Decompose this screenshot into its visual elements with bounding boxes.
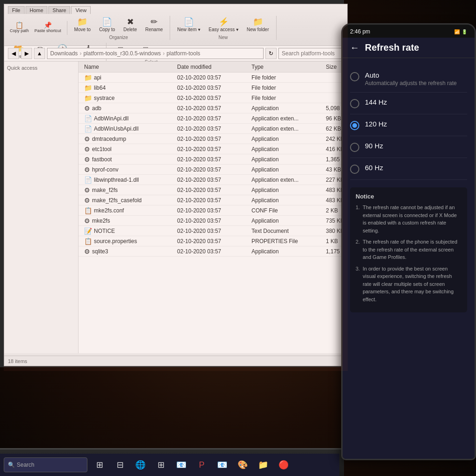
copy-path-icon: 📋	[15, 22, 23, 28]
table-row[interactable]: ⚙ dmtracedump 02-10-2020 03:57 Applicati…	[79, 134, 347, 144]
file-type-cell: Application exten...	[250, 115, 324, 122]
wifi-icon: 📶	[454, 29, 460, 34]
option-auto-text: Auto Automatically adjusts the refresh r…	[365, 71, 467, 86]
file-date-cell: 02-10-2020 03:57	[175, 85, 250, 91]
taskbar-folder-icon[interactable]: 📁	[255, 456, 271, 473]
phone-screen: 2:46 pm 📶 🔋 ← Refresh rate Auto Automati…	[343, 25, 475, 459]
table-row[interactable]: ⚙ etc1tool 02-10-2020 03:57 Application …	[79, 144, 347, 154]
move-to-icon: 📁	[77, 18, 87, 26]
rename-icon: ✏	[151, 18, 158, 26]
search-input[interactable]	[278, 48, 344, 59]
table-row[interactable]: 📄 libwinpthread-1.dll 02-10-2020 03:57 A…	[79, 175, 347, 185]
copy-to-button[interactable]: 📄 Copy to	[96, 16, 118, 34]
refresh-button[interactable]: ↻	[265, 48, 277, 59]
table-row[interactable]: ⚙ sqlite3 02-10-2020 03:57 Application 1…	[79, 246, 347, 257]
table-row[interactable]: ⚙ make_f2fs_casefold 02-10-2020 03:57 Ap…	[79, 195, 347, 205]
table-row[interactable]: ⚙ adb 02-10-2020 03:57 Application 5,098…	[79, 103, 347, 113]
file-name-cell: ⚙ etc1tool	[82, 145, 175, 153]
file-date-cell: 02-10-2020 03:57	[175, 197, 250, 204]
ribbon-tab-view[interactable]: View	[71, 6, 91, 14]
refresh-option-90hz[interactable]: 90 Hz	[350, 136, 467, 158]
file-type-cell: Application	[250, 136, 324, 142]
new-folder-button[interactable]: 📁 New folder	[244, 16, 272, 34]
file-date-cell: 02-10-2020 03:57	[175, 146, 250, 152]
file-name-cell: ⚙ hprof-conv	[82, 166, 175, 173]
file-name-cell: 📁 api	[82, 74, 175, 81]
radio-auto	[350, 72, 359, 81]
table-row[interactable]: 📁 api 02-10-2020 03:57 File folder	[79, 73, 347, 83]
table-row[interactable]: 📝 NOTICE 02-10-2020 03:57 Text Document …	[79, 226, 347, 236]
taskbar-search-box[interactable]: 🔍 Search	[4, 457, 87, 472]
table-row[interactable]: ⚙ hprof-conv 02-10-2020 03:57 Applicatio…	[79, 165, 347, 175]
file-type-cell: Application exten...	[250, 126, 324, 132]
taskbar-mail2-icon[interactable]: 📧	[214, 456, 231, 473]
col-header-date[interactable]: Date modified	[175, 64, 250, 70]
table-row[interactable]: 📄 AdbWinApi.dll 02-10-2020 03:57 Applica…	[79, 113, 347, 124]
file-date-cell: 02-10-2020 03:57	[175, 166, 250, 173]
copy-path-button[interactable]: 📋 Copy path	[8, 21, 31, 34]
file-date-cell: 02-10-2020 03:57	[175, 74, 250, 81]
copy-path-label: Copy path	[10, 28, 29, 33]
refresh-option-144hz[interactable]: 144 Hz	[350, 93, 467, 114]
address-path-display[interactable]: Downloads › platform-tools_r30.0.5-windo…	[47, 48, 264, 59]
ribbon-tab-file[interactable]: File	[8, 6, 25, 14]
file-name-cell: 📄 libwinpthread-1.dll	[82, 176, 175, 184]
refresh-option-60hz[interactable]: 60 Hz	[350, 158, 467, 180]
file-name-cell: 📋 mke2fs.conf	[82, 207, 175, 214]
new-item-button[interactable]: 📄 New item ▾	[174, 16, 203, 34]
refresh-option-auto[interactable]: Auto Automatically adjusts the refresh r…	[350, 66, 467, 93]
easy-access-button[interactable]: ⚡ Easy access ▾	[205, 16, 242, 34]
file-date-cell: 02-10-2020 03:57	[175, 177, 250, 183]
refresh-option-120hz[interactable]: 120 Hz	[350, 114, 467, 136]
taskbar-start-icon[interactable]: ⊞	[152, 456, 169, 473]
table-row[interactable]: 📁 systrace 02-10-2020 03:57 File folder	[79, 93, 347, 103]
file-type-icon: 📄	[84, 125, 92, 132]
file-name-text: systrace	[94, 95, 115, 101]
nav-back-button[interactable]: ◀	[8, 48, 19, 59]
table-row[interactable]: 📋 mke2fs.conf 02-10-2020 03:57 CONF File…	[79, 205, 347, 216]
file-name-cell: 📄 AdbWinUsbApi.dll	[82, 125, 175, 132]
file-type-cell: Application	[250, 187, 324, 193]
radio-90hz	[350, 143, 359, 152]
table-row[interactable]: 📄 AdbWinUsbApi.dll 02-10-2020 03:57 Appl…	[79, 124, 347, 134]
ribbon: File Home Share View 📋 Copy path 📌 P	[4, 4, 347, 46]
file-name-cell: 📝 NOTICE	[82, 227, 175, 235]
file-name-text: hprof-conv	[92, 166, 119, 173]
file-name-cell: 📋 source.properties	[82, 238, 175, 245]
table-row[interactable]: ⚙ make_f2fs 02-10-2020 03:57 Application…	[79, 185, 347, 195]
ribbon-tab-home[interactable]: Home	[26, 6, 47, 14]
nav-up-button[interactable]: ▲	[34, 48, 45, 59]
phone-back-button[interactable]: ←	[350, 42, 359, 53]
taskbar-task-view-icon[interactable]: ⊟	[112, 456, 128, 473]
file-date-cell: 02-10-2020 03:57	[175, 95, 250, 101]
col-header-name[interactable]: Name	[82, 64, 175, 70]
table-row[interactable]: 📁 lib64 02-10-2020 03:57 File folder	[79, 83, 347, 93]
file-type-icon: 📋	[84, 238, 92, 245]
taskbar-powerpoint-icon[interactable]: P	[193, 456, 210, 473]
col-header-type[interactable]: Type	[250, 64, 324, 70]
file-name-text: fastboot	[92, 156, 112, 163]
rename-button[interactable]: ✏ Rename	[142, 16, 166, 34]
taskbar-edge-icon[interactable]: 🌐	[132, 456, 149, 473]
radio-144hz	[350, 99, 359, 108]
taskbar-art-icon[interactable]: 🎨	[234, 456, 251, 473]
table-row[interactable]: ⚙ mke2fs 02-10-2020 03:57 Application 73…	[79, 216, 347, 226]
path-sep-2: ›	[163, 50, 165, 57]
nav-forward-button[interactable]: ▶	[21, 48, 32, 59]
paste-shortcut-button[interactable]: 📌 Paste shortcut	[33, 21, 63, 34]
file-date-cell: 02-10-2020 03:57	[175, 105, 250, 112]
file-name-text: libwinpthread-1.dll	[94, 177, 139, 183]
file-name-text: NOTICE	[94, 228, 115, 234]
file-name-text: dmtracedump	[92, 136, 126, 142]
column-headers: Name Date modified Type Size	[79, 61, 347, 73]
radio-120hz-selected-dot	[352, 123, 357, 128]
paste-shortcut-label: Paste shortcut	[34, 28, 61, 33]
move-to-button[interactable]: 📁 Move to	[71, 16, 94, 34]
table-row[interactable]: ⚙ fastboot 02-10-2020 03:57 Application …	[79, 154, 347, 165]
ribbon-tab-share[interactable]: Share	[48, 6, 70, 14]
taskbar-mail-icon[interactable]: 📧	[173, 456, 190, 473]
taskbar-chrome-icon[interactable]: 🔴	[275, 456, 292, 473]
taskbar-windows-icon[interactable]: ⊞	[91, 456, 108, 473]
delete-button[interactable]: ✖ Delete	[120, 16, 140, 34]
table-row[interactable]: 📋 source.properties 02-10-2020 03:57 PRO…	[79, 236, 347, 246]
